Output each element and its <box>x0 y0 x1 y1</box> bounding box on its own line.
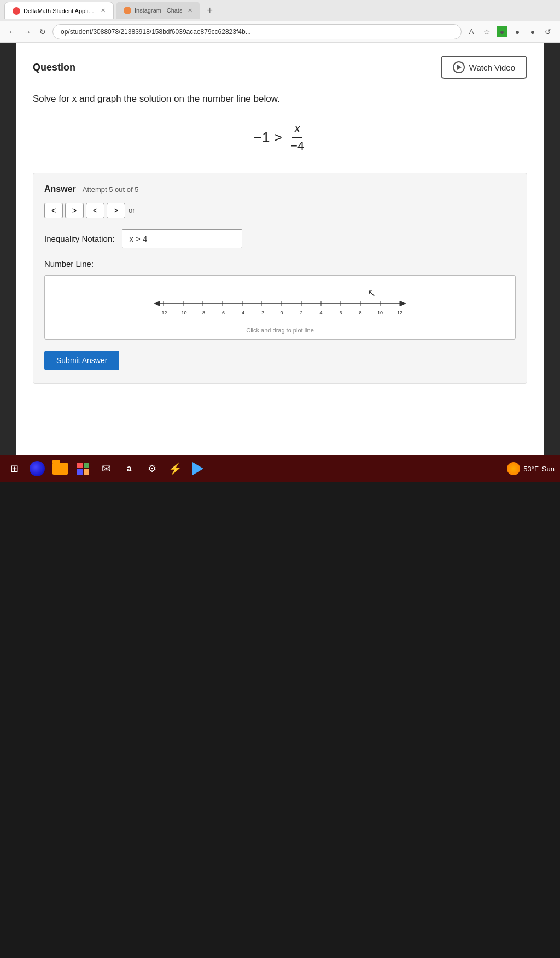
forward-button[interactable]: → <box>22 26 33 37</box>
taskbar-browser-icon[interactable] <box>28 460 46 477</box>
taskbar-settings-icon[interactable]: ⚙ <box>143 460 161 477</box>
taskbar-files-icon[interactable] <box>51 460 69 477</box>
question-header: Question Watch Video <box>33 56 527 79</box>
math-left: −1 > <box>254 128 286 145</box>
problem-text: Solve for x and graph the solution on th… <box>33 92 527 106</box>
math-expression: −1 > x −4 <box>33 121 527 153</box>
svg-text:6: 6 <box>339 310 342 316</box>
address-bar: ← → ↻ A ☆ ● ● ● ↺ <box>0 21 560 43</box>
svg-text:8: 8 <box>359 310 361 316</box>
dark-lower-area <box>0 482 560 958</box>
less-than-equal-button[interactable]: ≤ <box>86 203 104 218</box>
browser-chrome: DeltaMath Student Application ✕ Instagra… <box>0 0 560 43</box>
or-label: or <box>129 206 135 214</box>
svg-text:10: 10 <box>377 310 383 316</box>
svg-text:2: 2 <box>300 310 302 316</box>
greater-than-button[interactable]: > <box>65 203 84 218</box>
svg-text:-4: -4 <box>240 310 244 316</box>
number-line-container[interactable]: -12 -10 -8 -6 -4 -2 0 <box>44 275 516 340</box>
weather-sun-icon <box>507 462 520 475</box>
taskbar-start-icon[interactable]: ⊞ <box>5 460 23 477</box>
answer-section: Answer Attempt 5 out of 5 < > ≤ ≥ or Ine… <box>33 173 527 384</box>
play-triangle-icon <box>457 65 462 70</box>
svg-text:-10: -10 <box>179 310 186 316</box>
svg-text:↖: ↖ <box>368 288 376 299</box>
tab-instagram-label: Instagram - Chats <box>135 7 182 14</box>
taskbar-text-icon[interactable]: a <box>120 460 138 477</box>
profile-button[interactable]: ● <box>512 26 523 37</box>
taskbar-media-icon[interactable] <box>189 460 207 477</box>
question-label: Question <box>33 62 75 73</box>
instagram-favicon <box>124 7 131 14</box>
math-fraction: x −4 <box>288 121 306 153</box>
inequality-notation-input[interactable] <box>122 229 242 248</box>
address-input[interactable] <box>52 24 462 39</box>
read-mode-button[interactable]: A <box>466 26 477 37</box>
refresh-button[interactable]: ↻ <box>37 26 48 37</box>
bookmark-button[interactable]: ☆ <box>481 26 492 37</box>
number-line-svg[interactable]: -12 -10 -8 -6 -4 -2 0 <box>51 284 509 323</box>
extensions-button[interactable]: ● <box>497 26 508 37</box>
weather-temp: 53°F <box>523 465 539 473</box>
svg-text:12: 12 <box>397 310 402 316</box>
play-icon-circle <box>453 61 465 73</box>
number-line-label: Number Line: <box>44 259 516 268</box>
taskbar: ⊞ ✉ a ⚙ ⚡ 53°F Sun <box>0 455 560 482</box>
fraction-denominator: −4 <box>288 138 306 153</box>
tab-bar: DeltaMath Student Application ✕ Instagra… <box>0 0 560 21</box>
svg-text:-12: -12 <box>160 310 167 316</box>
svg-text:-8: -8 <box>201 310 205 316</box>
weather-label: Sun <box>542 465 555 473</box>
answer-label: Answer <box>44 184 76 194</box>
taskbar-weather: 53°F Sun <box>507 462 555 475</box>
back-button[interactable]: ← <box>7 26 18 37</box>
svg-text:-6: -6 <box>220 310 225 316</box>
fraction-numerator: x <box>292 121 302 138</box>
svg-marker-1 <box>154 301 160 306</box>
symbol-buttons: < > ≤ ≥ or <box>44 203 516 218</box>
greater-than-equal-button[interactable]: ≥ <box>107 203 125 218</box>
refresh-alt-button[interactable]: ↺ <box>542 26 553 37</box>
svg-text:-2: -2 <box>260 310 264 316</box>
watch-video-button[interactable]: Watch Video <box>441 56 527 79</box>
tab-instagram[interactable]: Instagram - Chats ✕ <box>116 2 200 19</box>
answer-header: Answer Attempt 5 out of 5 <box>44 184 516 194</box>
deltamath-favicon <box>13 7 20 15</box>
tab-deltamath[interactable]: DeltaMath Student Application ✕ <box>4 2 114 19</box>
tab-instagram-close[interactable]: ✕ <box>188 7 192 14</box>
attempt-info: Attempt 5 out of 5 <box>83 185 139 194</box>
inequality-notation-label: Inequality Notation: <box>44 234 114 243</box>
inequality-row: Inequality Notation: <box>44 229 516 248</box>
new-tab-button[interactable]: + <box>202 5 217 16</box>
page-content: Question Watch Video Solve for x and gra… <box>16 43 544 458</box>
watch-video-label: Watch Video <box>469 63 515 72</box>
svg-text:4: 4 <box>319 310 322 316</box>
taskbar-bolt-icon[interactable]: ⚡ <box>166 460 184 477</box>
taskbar-mail-icon[interactable]: ✉ <box>97 460 115 477</box>
tab-deltamath-close[interactable]: ✕ <box>101 7 106 14</box>
svg-text:0: 0 <box>280 310 283 316</box>
less-than-button[interactable]: < <box>44 203 63 218</box>
settings-button[interactable]: ● <box>527 26 538 37</box>
svg-marker-2 <box>400 301 406 306</box>
number-line-hint: Click and drag to plot line <box>51 327 509 334</box>
taskbar-apps-icon[interactable] <box>74 460 92 477</box>
tab-deltamath-label: DeltaMath Student Application <box>24 8 95 14</box>
submit-answer-button[interactable]: Submit Answer <box>44 351 119 370</box>
